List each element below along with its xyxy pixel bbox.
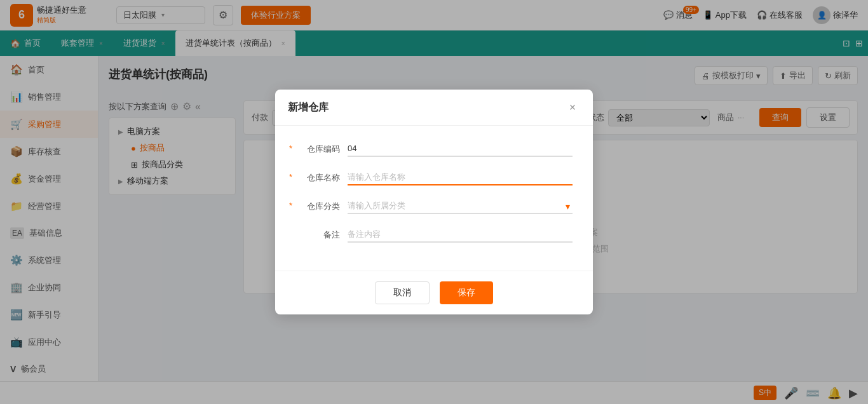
category-select[interactable]: 请输入所属分类: [348, 198, 573, 214]
modal-header: 新增仓库 ×: [275, 90, 593, 126]
modal-body: 仓库编码 仓库名称 仓库分类 请输入所属分类 ▾ 备注: [275, 126, 593, 271]
category-label: 仓库分类: [295, 201, 340, 212]
name-form-row: 仓库名称: [295, 170, 573, 185]
modal-footer: 取消 保存: [275, 271, 593, 314]
modal-close-button[interactable]: ×: [565, 100, 580, 115]
category-form-row: 仓库分类 请输入所属分类 ▾: [295, 198, 573, 214]
cancel-button[interactable]: 取消: [375, 281, 430, 304]
modal-overlay: 新增仓库 × 仓库编码 仓库名称 仓库分类 请输入所属分类 ▾: [0, 0, 868, 404]
add-warehouse-modal: 新增仓库 × 仓库编码 仓库名称 仓库分类 请输入所属分类 ▾: [275, 90, 593, 314]
name-label: 仓库名称: [295, 172, 340, 184]
note-form-row: 备注: [295, 227, 573, 243]
code-input[interactable]: [348, 141, 573, 157]
code-label: 仓库编码: [295, 144, 340, 155]
note-input[interactable]: [348, 227, 573, 243]
note-label: 备注: [295, 229, 340, 241]
save-button[interactable]: 保存: [440, 281, 493, 304]
code-form-row: 仓库编码: [295, 141, 573, 157]
modal-title: 新增仓库: [288, 101, 329, 114]
name-input[interactable]: [348, 170, 573, 185]
